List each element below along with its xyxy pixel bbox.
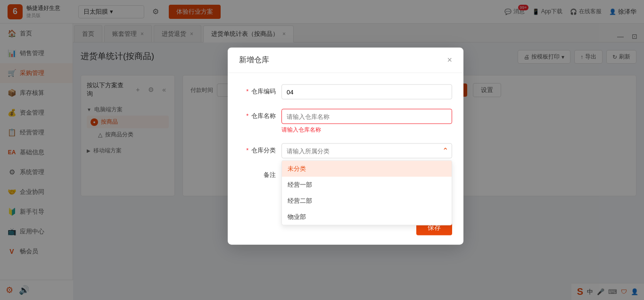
- name-form-row: * 仓库名称 请输入仓库名称: [239, 109, 452, 134]
- dropdown-option-uncategorized[interactable]: 未分类: [282, 161, 452, 177]
- new-warehouse-modal: 新增仓库 × * 仓库编码 * 仓库名称 请输入仓库名称: [228, 48, 463, 245]
- code-input[interactable]: [281, 84, 452, 100]
- category-control: ⌃ 未分类 经营一部 经营二部 物业部: [281, 143, 452, 158]
- category-form-row: * 仓库分类 ⌃ 未分类 经营一部 经营二部 物业部: [239, 143, 452, 158]
- category-dropdown-toggle[interactable]: ⌃: [442, 146, 448, 155]
- category-label: * 仓库分类: [239, 143, 281, 155]
- dropdown-option-dept2[interactable]: 经营二部: [282, 193, 452, 209]
- modal-header: 新增仓库 ×: [228, 48, 463, 73]
- dropdown-option-dept1[interactable]: 经营一部: [282, 177, 452, 193]
- name-error-message: 请输入仓库名称: [281, 126, 452, 134]
- modal-close-button[interactable]: ×: [447, 55, 452, 65]
- code-control: [281, 84, 452, 100]
- category-input[interactable]: [281, 143, 452, 158]
- code-label: * 仓库编码: [239, 84, 281, 96]
- name-control: 请输入仓库名称: [281, 109, 452, 134]
- name-input[interactable]: [281, 109, 452, 124]
- remark-label: 备注: [239, 168, 281, 179]
- name-label: * 仓库名称: [239, 109, 281, 120]
- code-form-row: * 仓库编码: [239, 84, 452, 100]
- dropdown-option-dept3[interactable]: 物业部: [282, 209, 452, 225]
- modal-title: 新增仓库: [239, 55, 269, 65]
- modal-body: * 仓库编码 * 仓库名称 请输入仓库名称 * 仓库分类: [228, 73, 463, 215]
- category-dropdown: 未分类 经营一部 经营二部 物业部: [281, 160, 452, 225]
